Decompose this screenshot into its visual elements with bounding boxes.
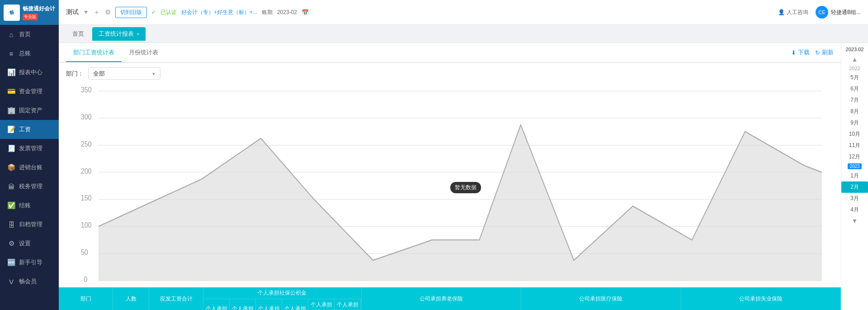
svg-text:250: 250 xyxy=(81,140,92,148)
sidebar-item-home[interactable]: ⌂ 首页 xyxy=(0,25,59,44)
tab-home[interactable]: 首页 xyxy=(66,27,90,41)
chart-tooltip: 暂无数据 xyxy=(450,182,481,193)
certified-icon: ✓ xyxy=(151,9,156,15)
guide-icon: 🆕 xyxy=(7,258,15,267)
refresh-icon: ↻ xyxy=(815,49,820,56)
col-personal-housing: 个人承担住房公积金 xyxy=(308,299,335,310)
month-2-active[interactable]: 2月 xyxy=(841,181,868,193)
svg-text:300: 300 xyxy=(81,113,92,121)
funds-icon: 💳 xyxy=(7,87,15,95)
month-9[interactable]: 9月 xyxy=(841,117,868,129)
dept-select-wrapper: 全部 部门A 部门B xyxy=(88,67,160,80)
download-icon: ⬇ xyxy=(791,49,796,56)
sidebar-item-sales[interactable]: 📦 进销台账 xyxy=(0,158,59,177)
logo-text: 畅捷通好会计 专业版 xyxy=(23,5,55,20)
svg-text:350: 350 xyxy=(81,86,92,94)
sidebar-item-tax[interactable]: 🏛 税务管理 xyxy=(0,177,59,196)
reports-icon: 📊 xyxy=(7,68,15,76)
month-8[interactable]: 8月 xyxy=(841,106,868,117)
scroll-up-button[interactable]: ▲ xyxy=(849,54,860,65)
sidebar-item-ledger[interactable]: ≡ 总账 xyxy=(0,44,59,63)
add-button[interactable]: ＋ xyxy=(93,8,100,17)
help-button[interactable]: 👤 人工咨询 xyxy=(778,9,808,16)
tab-close-icon[interactable]: × xyxy=(137,31,139,37)
sidebar-item-settings[interactable]: ⚙ 设置 xyxy=(0,234,59,253)
sidebar-logo: 畅 畅捷通好会计 专业版 xyxy=(0,0,59,25)
personal-group-header: 个人承担社保公积金 xyxy=(203,287,361,299)
col-personal-unemployment: 个人承担失业保险 xyxy=(256,299,282,310)
personal-cols: 个人承担养老保险 个人承担医疗保险 个人承担失业保险 个人承担大额医疗 个人承担… xyxy=(203,299,361,310)
content-main: 部门工资统计表 月份统计表 ⬇ 下载 ↻ 刷新 部门： xyxy=(59,43,841,310)
account-type: 好会计（专）+好生意（标）+... xyxy=(181,9,257,16)
col-personal-major-medical: 个人承担大额医疗 xyxy=(282,299,308,310)
month-12[interactable]: 12月 xyxy=(841,151,868,162)
sidebar-item-checkout[interactable]: ✅ 结账 xyxy=(0,196,59,215)
username: 轻捷通B组... xyxy=(831,9,861,16)
company-name: 测试 xyxy=(66,8,79,16)
sub-tab-month[interactable]: 月份统计表 xyxy=(122,44,165,62)
month-3[interactable]: 3月 xyxy=(841,193,868,204)
svg-text:200: 200 xyxy=(81,167,92,175)
right-panel-date: 2023.02 xyxy=(845,45,865,54)
col-people: 人数 xyxy=(113,287,149,310)
month-4[interactable]: 4月 xyxy=(841,204,868,215)
col-company-unemployment: 公司承担失业保险 xyxy=(681,287,841,310)
toolbar-left: 部门： 全部 部门A 部门B xyxy=(66,67,160,80)
settings-icon: ⚙ xyxy=(7,239,15,248)
dept-label: 部门： xyxy=(66,70,84,78)
settings-button[interactable]: ⚙ xyxy=(105,8,111,16)
month-6[interactable]: 6月 xyxy=(841,83,868,95)
svg-text:0: 0 xyxy=(84,275,87,283)
main-area: 测试 ▼ ＋ ⚙ 切到旧版 ✓ 已认证 好会计（专）+好生意（标）+... 账期… xyxy=(59,0,868,310)
archive-icon: 🗄 xyxy=(7,221,15,229)
col-total-salary: 应发工资合计 xyxy=(149,287,203,310)
sidebar-item-funds[interactable]: 💳 资金管理 xyxy=(0,82,59,101)
month-5[interactable]: 5月 xyxy=(841,72,868,83)
col-dept: 部门 xyxy=(59,287,113,310)
topbar-right: 👤 人工咨询 CE 轻捷通B组... xyxy=(778,6,861,19)
checkout-icon: ✅ xyxy=(7,201,15,210)
svg-text:50: 50 xyxy=(81,248,88,256)
col-company-pension: 公司承担养老保险 xyxy=(362,287,522,310)
scroll-down-button[interactable]: ▼ xyxy=(849,215,860,226)
sidebar-item-invoice[interactable]: 🧾 发票管理 xyxy=(0,139,59,158)
sidebar-item-assets[interactable]: 🏢 固定资产 xyxy=(0,101,59,120)
sidebar-item-guide[interactable]: 🆕 新手引导 xyxy=(0,253,59,272)
tax-icon: 🏛 xyxy=(7,183,15,191)
invoice-icon: 🧾 xyxy=(7,144,15,153)
member-icon: V xyxy=(7,278,15,286)
home-icon: ⌂ xyxy=(7,31,15,38)
user-menu[interactable]: CE 轻捷通B组... xyxy=(816,6,861,19)
refresh-button[interactable]: ↻ 刷新 xyxy=(815,48,834,57)
personal-group: 个人承担社保公积金 个人承担养老保险 个人承担医疗保险 个人承担失业保险 个人承… xyxy=(203,287,362,310)
sub-tab-dept[interactable]: 部门工资统计表 xyxy=(66,44,122,62)
company-dropdown-icon[interactable]: ▼ xyxy=(83,9,89,15)
dept-select[interactable]: 全部 部门A 部门B xyxy=(88,67,160,80)
calendar-icon[interactable]: 📅 xyxy=(302,9,309,16)
tab-bar: 首页 工资统计报表 × xyxy=(59,25,868,43)
sidebar-item-archive[interactable]: 🗄 归档管理 xyxy=(0,215,59,234)
sidebar-item-member[interactable]: V 畅会员 xyxy=(0,272,59,291)
svg-text:150: 150 xyxy=(81,194,92,202)
tab-salary-report[interactable]: 工资统计报表 × xyxy=(92,27,146,41)
year-2022-label: 2022 xyxy=(849,65,860,72)
month-11[interactable]: 11月 xyxy=(841,140,868,151)
table-header: 部门 人数 应发工资合计 个人承担社保公积金 个人承担养老保险 个人承担医疗保险… xyxy=(59,287,841,310)
month-7[interactable]: 7月 xyxy=(841,95,868,106)
switch-version-button[interactable]: 切到旧版 xyxy=(115,7,147,18)
sidebar: 畅 畅捷通好会计 专业版 ⌂ 首页 ≡ 总账 📊 报表中心 💳 资金管理 🏢 固… xyxy=(0,0,59,310)
content-area: 部门工资统计表 月份统计表 ⬇ 下载 ↻ 刷新 部门： xyxy=(59,43,868,310)
col-company-medical: 公司承担医疗保险 xyxy=(521,287,681,310)
month-1[interactable]: 1月 xyxy=(841,170,868,181)
month-10[interactable]: 10月 xyxy=(841,129,868,140)
svg-marker-16 xyxy=(99,125,822,281)
right-panel: 2023.02 ▲ 2022 5月 6月 7月 8月 9月 10月 11月 12… xyxy=(841,43,868,310)
ledger-icon: ≡ xyxy=(7,50,15,57)
topbar: 测试 ▼ ＋ ⚙ 切到旧版 ✓ 已认证 好会计（专）+好生意（标）+... 账期… xyxy=(59,0,868,25)
assets-icon: 🏢 xyxy=(7,106,15,114)
col-personal-total: 个人承担社保公积金合计 xyxy=(335,299,361,310)
col-personal-medical: 个人承担医疗保险 xyxy=(230,299,256,310)
download-button[interactable]: ⬇ 下载 xyxy=(791,48,810,57)
sidebar-item-salary[interactable]: 📝 工资 xyxy=(0,120,59,139)
sidebar-item-reports[interactable]: 📊 报表中心 xyxy=(0,63,59,82)
